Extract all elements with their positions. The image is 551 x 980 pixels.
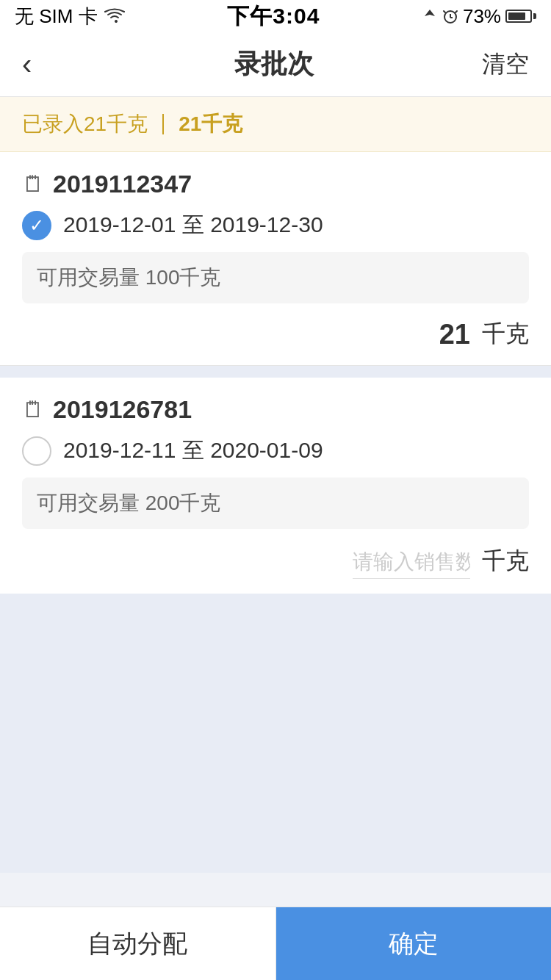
batch1-icon: 🗒 (22, 172, 44, 197)
confirm-button[interactable]: 确定 (276, 907, 552, 980)
status-right: 73% (422, 5, 536, 28)
status-time: 下午3:04 (227, 1, 320, 32)
status-bar: 无 SIM 卡 下午3:04 73% (0, 0, 551, 32)
quantity-line-wrap-1 (353, 319, 470, 350)
quantity-line-wrap-2 (353, 544, 470, 579)
quantity-input-1[interactable] (353, 319, 470, 350)
batch2-avail: 可用交易量 200千克 (22, 478, 529, 529)
bottom-bar: 自动分配 确定 (0, 907, 551, 980)
battery-percent: 73% (463, 5, 501, 28)
quantity-row-2: 千克 (0, 529, 551, 594)
back-button[interactable]: ‹ (22, 48, 66, 81)
alarm-icon (442, 8, 458, 24)
auto-distribute-button[interactable]: 自动分配 (0, 907, 276, 980)
quantity-unit-1: 千克 (482, 318, 529, 350)
clear-button[interactable]: 清空 (482, 48, 529, 81)
info-divider (162, 114, 164, 134)
empty-area (0, 594, 551, 873)
batch-item-1: 🗒 2019112347 ✓ 2019-12-01 至 2019-12-30 可… (0, 152, 551, 303)
page-title: 录批次 (234, 46, 314, 82)
nav-bar: ‹ 录批次 清空 (0, 32, 551, 97)
batch1-check-icon: ✓ (29, 215, 44, 236)
info-label: 已录入21千克 (22, 110, 148, 138)
quantity-row-1: 千克 (0, 303, 551, 366)
batch2-date: 2019-12-11 至 2020-01-09 (63, 436, 323, 466)
batch2-radio[interactable] (22, 436, 51, 466)
battery-icon (505, 10, 536, 23)
batch1-avail: 可用交易量 100千克 (22, 252, 529, 303)
location-icon (422, 8, 438, 24)
batch1-date: 2019-12-01 至 2019-12-30 (63, 210, 323, 240)
batch2-date-row[interactable]: 2019-12-11 至 2020-01-09 (22, 436, 529, 466)
status-left: 无 SIM 卡 (15, 4, 126, 29)
info-banner: 已录入21千克 21千克 (0, 97, 551, 152)
batch1-radio[interactable]: ✓ (22, 211, 51, 240)
batch1-date-row[interactable]: ✓ 2019-12-01 至 2019-12-30 (22, 210, 529, 240)
quantity-input-2[interactable] (353, 544, 470, 575)
batch2-icon: 🗒 (22, 397, 44, 422)
sim-text: 无 SIM 卡 (15, 4, 98, 29)
batch1-id: 2019112347 (53, 170, 192, 198)
section-separator (0, 366, 551, 378)
info-value: 21千克 (179, 110, 242, 138)
wifi-icon (104, 8, 126, 24)
batch2-avail-text: 可用交易量 200千克 (37, 491, 221, 514)
batch1-header: 🗒 2019112347 (22, 170, 529, 198)
batch-item-2: 🗒 2019126781 2019-12-11 至 2020-01-09 可用交… (0, 378, 551, 529)
main-content: 🗒 2019112347 ✓ 2019-12-01 至 2019-12-30 可… (0, 152, 551, 946)
batch2-id: 2019126781 (53, 395, 192, 424)
batch1-avail-text: 可用交易量 100千克 (37, 266, 221, 289)
batch2-header: 🗒 2019126781 (22, 395, 529, 424)
quantity-unit-2: 千克 (482, 545, 529, 577)
